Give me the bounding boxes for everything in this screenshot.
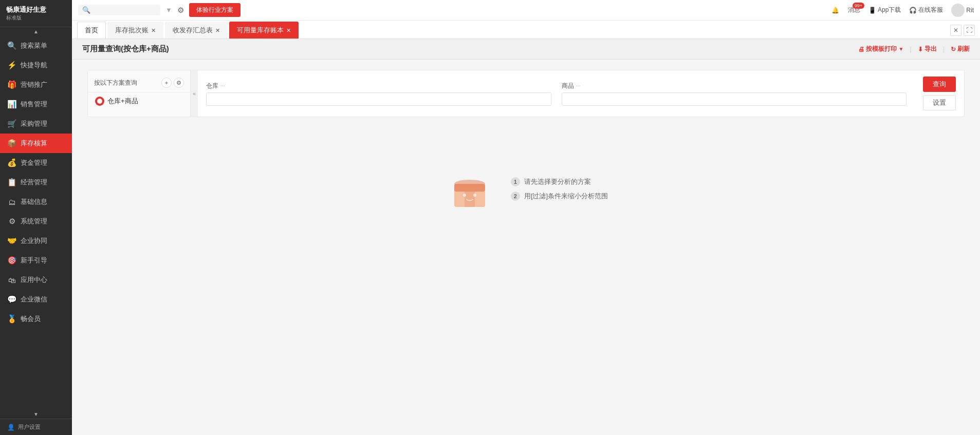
sidebar-item-appstore[interactable]: 🛍 应用中心 bbox=[0, 270, 72, 290]
sidebar-item-sales[interactable]: 📊 销售管理 bbox=[0, 94, 72, 114]
query-panel: 按以下方案查询 + ⚙ 仓库+ bbox=[87, 70, 965, 117]
sidebar-item-enterprise[interactable]: 🤝 企业协同 bbox=[0, 231, 72, 251]
mobile-icon: 📱 bbox=[868, 7, 876, 14]
box-icon: 📦 bbox=[7, 139, 16, 148]
empty-illustration bbox=[444, 163, 495, 215]
tab-batch-account-close[interactable]: ✕ bbox=[151, 27, 156, 34]
sidebar-item-label: 企业微信 bbox=[21, 295, 47, 304]
query-action-buttons: 查询 设置 bbox=[915, 70, 964, 117]
hint2-text: 用[过滤]条件来缩小分析范围 bbox=[524, 192, 608, 201]
username-display: Rit bbox=[966, 7, 974, 14]
page-header-actions: 🖨 按模板打印 ▼ | ⬇ 导出 | ↻ 刷新 bbox=[858, 45, 970, 53]
gear-icon: ⚙ bbox=[7, 217, 16, 226]
collapse-icon: « bbox=[193, 90, 196, 97]
query-collapse-button[interactable]: « bbox=[191, 70, 198, 117]
print-icon: 🖨 bbox=[858, 46, 864, 53]
settings-gear-icon[interactable]: ⚙ bbox=[177, 6, 184, 15]
content-area: 可用量查询(按仓库+商品) 🖨 按模板打印 ▼ | ⬇ 导出 | ↻ 刷新 bbox=[72, 39, 980, 435]
sidebar-item-member[interactable]: 🏅 畅会员 bbox=[0, 309, 72, 329]
chart-icon: 📊 bbox=[7, 100, 16, 109]
query-scheme-panel: 按以下方案查询 + ⚙ 仓库+ bbox=[88, 70, 191, 117]
sidebar-item-finance[interactable]: 💰 资金管理 bbox=[0, 153, 72, 173]
shop-icon: 🛍 bbox=[7, 276, 16, 285]
sidebar-item-newuser[interactable]: 🎯 新手引导 bbox=[0, 251, 72, 270]
sidebar-item-system[interactable]: ⚙ 系统管理 bbox=[0, 212, 72, 231]
gift-icon: 🎁 bbox=[7, 80, 16, 89]
tab-batch-account[interactable]: 库存批次账 ✕ bbox=[107, 22, 163, 39]
avatar bbox=[951, 4, 965, 17]
goods-filter-group: 商品 ··· bbox=[562, 82, 907, 106]
goods-more-button[interactable]: ··· bbox=[576, 83, 581, 89]
sidebar-item-operation[interactable]: 📋 经营管理 bbox=[0, 173, 72, 192]
scheme-item-warehouse-goods[interactable]: 仓库+商品 bbox=[88, 92, 190, 110]
sidebar-scroll-up[interactable]: ▲ bbox=[0, 27, 72, 36]
divider1: | bbox=[910, 46, 911, 53]
sidebar-item-label: 搜索菜单 bbox=[21, 41, 47, 50]
svg-point-6 bbox=[473, 194, 476, 197]
sidebar-item-wxwork[interactable]: 💬 企业微信 bbox=[0, 290, 72, 309]
topbar-search-box[interactable]: 🔍 bbox=[78, 5, 160, 15]
page-title: 可用量查询(按仓库+商品) bbox=[82, 44, 169, 54]
sidebar-logo: 畅康通好生意 标准版 bbox=[0, 0, 72, 27]
sidebar-scroll-down[interactable]: ▼ bbox=[0, 410, 72, 419]
tab-home[interactable]: 首页 bbox=[77, 22, 106, 39]
sidebar-menu: 🔍 搜索菜单 ⚡ 快捷导航 🎁 营销推广 📊 销售管理 🛒 采购管理 📦 库存核… bbox=[0, 36, 72, 410]
settings-button[interactable]: 设置 bbox=[923, 95, 956, 110]
sidebar-item-marketing[interactable]: 🎁 营销推广 bbox=[0, 75, 72, 94]
goods-filter-input[interactable] bbox=[562, 92, 907, 106]
add-scheme-button[interactable]: + bbox=[161, 78, 172, 88]
sidebar-item-search[interactable]: 🔍 搜索菜单 bbox=[0, 36, 72, 55]
tab-available-stock[interactable]: 可用量库存账本 ✕ bbox=[229, 22, 299, 39]
dropdown-icon[interactable]: ▼ bbox=[165, 6, 172, 14]
warehouse-label-text: 仓库 bbox=[206, 82, 218, 90]
warehouse-filter-group: 仓库 ··· bbox=[206, 82, 551, 106]
online-service-label: 在线客服 bbox=[918, 6, 943, 14]
sidebar-item-label: 快捷导航 bbox=[21, 61, 47, 70]
sidebar-item-basic[interactable]: 🗂 基础信息 bbox=[0, 192, 72, 212]
export-label: 导出 bbox=[924, 45, 937, 53]
print-action[interactable]: 🖨 按模板打印 ▼ bbox=[858, 45, 903, 53]
tabs-close-all-button[interactable]: ✕ bbox=[950, 25, 961, 36]
manage-scheme-button[interactable]: ⚙ bbox=[174, 78, 184, 88]
industry-solution-button[interactable]: 体验行业方案 bbox=[189, 3, 241, 17]
refresh-action[interactable]: ↻ 刷新 bbox=[951, 45, 970, 53]
scheme-icons: + ⚙ bbox=[161, 78, 184, 88]
sidebar-item-purchase[interactable]: 🛒 采购管理 bbox=[0, 114, 72, 134]
sidebar: 畅康通好生意 标准版 ▲ 🔍 搜索菜单 ⚡ 快捷导航 🎁 营销推广 📊 销售管理… bbox=[0, 0, 72, 435]
query-button[interactable]: 查询 bbox=[923, 77, 956, 92]
warehouse-more-button[interactable]: ··· bbox=[220, 83, 225, 89]
chat-icon: 💬 bbox=[7, 295, 16, 304]
money-icon: 💰 bbox=[7, 158, 16, 167]
print-dropdown-icon[interactable]: ▼ bbox=[898, 46, 903, 52]
warehouse-filter-input[interactable] bbox=[206, 92, 551, 106]
hint1-num: 1 bbox=[511, 177, 520, 186]
goods-label-text: 商品 bbox=[562, 82, 574, 90]
sidebar-item-inventory[interactable]: 📦 库存核算 bbox=[0, 134, 72, 153]
message-item[interactable]: 🔔 99+ 消息 bbox=[831, 6, 860, 14]
sidebar-item-label: 经营管理 bbox=[21, 178, 47, 187]
topbar-search-input[interactable] bbox=[93, 7, 144, 14]
topbar: 🔍 ▼ ⚙ 体验行业方案 🔔 99+ 消息 📱 App下载 🎧 在线客服 Rit bbox=[72, 0, 980, 21]
app-download-label: App下载 bbox=[878, 6, 901, 14]
app-download-item[interactable]: 📱 App下载 bbox=[868, 6, 901, 14]
tabs-right-controls: ✕ ⛶ bbox=[950, 25, 975, 36]
tabs-expand-button[interactable]: ⛶ bbox=[964, 25, 975, 36]
handshake-icon: 🤝 bbox=[7, 236, 16, 245]
page-header: 可用量查询(按仓库+商品) 🖨 按模板打印 ▼ | ⬇ 导出 | ↻ 刷新 bbox=[72, 39, 980, 60]
user-avatar-item[interactable]: Rit bbox=[951, 4, 974, 17]
tab-stock-summary[interactable]: 收发存汇总表 ✕ bbox=[165, 22, 228, 39]
query-section-label: 按以下方案查询 bbox=[94, 79, 137, 87]
scheme-icon bbox=[95, 97, 104, 106]
cart-icon: 🛒 bbox=[7, 119, 16, 128]
tab-available-stock-close[interactable]: ✕ bbox=[286, 27, 291, 34]
sidebar-item-label: 应用中心 bbox=[21, 275, 47, 285]
query-panel-wrapper: 按以下方案查询 + ⚙ 仓库+ bbox=[72, 60, 980, 122]
query-panel-top: 按以下方案查询 + ⚙ 仓库+ bbox=[88, 70, 964, 117]
sidebar-item-shortcut[interactable]: ⚡ 快捷导航 bbox=[0, 55, 72, 75]
online-service-item[interactable]: 🎧 在线客服 bbox=[909, 6, 943, 14]
export-action[interactable]: ⬇ 导出 bbox=[918, 45, 937, 53]
scheme-label: 仓库+商品 bbox=[107, 97, 138, 106]
query-filters: 仓库 ··· 商品 ··· bbox=[198, 70, 915, 117]
tab-stock-summary-close[interactable]: ✕ bbox=[215, 27, 220, 34]
folder-icon: 🗂 bbox=[7, 198, 16, 206]
